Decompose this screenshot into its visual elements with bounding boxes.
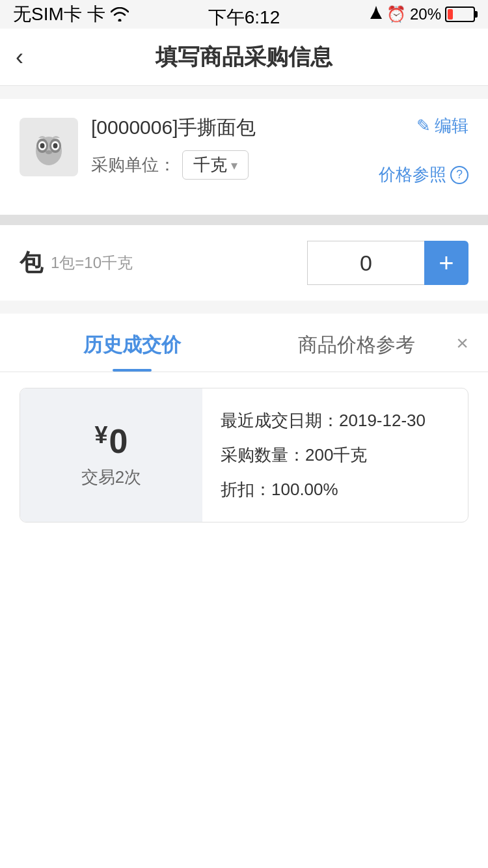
- product-name: [0000006]手撕面包: [91, 115, 256, 141]
- purchase-quantity-line: 采购数量：200千克: [221, 442, 450, 468]
- product-card: [0000006]手撕面包 采购单位： 千克 ▾ ✎ 编辑 价格参照 ?: [0, 99, 488, 215]
- qty-left: 包 1包=10千克: [20, 247, 133, 279]
- trade-count: 交易2次: [81, 466, 141, 489]
- price-display: ¥0: [95, 422, 128, 461]
- quantity-value-detail: 200千克: [305, 445, 367, 465]
- product-left: [0000006]手撕面包 采购单位： 千克 ▾: [20, 115, 256, 180]
- tab-product-price-ref[interactable]: 商品价格参考: [244, 314, 468, 372]
- edit-label: 编辑: [435, 115, 468, 137]
- svg-point-5: [40, 143, 44, 148]
- unit-value: 千克: [193, 154, 227, 176]
- alarm-icon: ⏰: [386, 5, 406, 23]
- quantity-row: 包 1包=10千克 0 +: [0, 225, 488, 301]
- latest-date-label: 最近成交日期：: [221, 411, 339, 430]
- history-card-wrapper: ¥0 交易2次 最近成交日期：2019-12-30 采购数量：200千克 折扣：…: [0, 372, 488, 538]
- discount-label: 折扣：: [221, 480, 271, 499]
- panel-close-button[interactable]: ×: [456, 331, 468, 355]
- qty-right: 0 +: [307, 241, 468, 285]
- svg-point-7: [46, 150, 52, 154]
- latest-date-value: 2019-12-30: [339, 411, 426, 430]
- price-ref-button[interactable]: 价格参照 ?: [379, 163, 468, 186]
- quantity-value: 0: [360, 251, 372, 276]
- tab2-label: 商品价格参考: [298, 334, 415, 355]
- quantity-label: 采购数量：: [221, 445, 305, 465]
- wifi-icon: [111, 7, 129, 21]
- product-info: [0000006]手撕面包 采购单位： 千克 ▾: [91, 115, 256, 180]
- nav-bar: ‹ 填写商品采购信息: [0, 29, 488, 86]
- discount-line: 折扣：100.00%: [221, 477, 450, 502]
- currency-symbol: ¥: [95, 422, 108, 448]
- battery-icon: [445, 7, 475, 22]
- price-ref-label: 价格参照: [379, 163, 446, 186]
- status-right: ⏰ 20%: [370, 5, 475, 23]
- qty-hint: 1包=10千克: [51, 252, 133, 273]
- owl-icon: [28, 126, 70, 169]
- help-icon[interactable]: ?: [450, 166, 468, 184]
- main-background: [0, 538, 488, 868]
- svg-point-6: [53, 143, 57, 148]
- unit-select[interactable]: 千克 ▾: [182, 150, 249, 180]
- status-time: 下午6:12: [208, 5, 280, 30]
- tab1-label: 历史成交价: [83, 334, 181, 355]
- carrier-label: 无SIM卡: [13, 2, 82, 27]
- qty-unit: 包: [20, 247, 43, 279]
- product-icon: [20, 118, 78, 176]
- section-divider: [0, 215, 488, 225]
- tabs-row: 历史成交价 商品价格参考 ×: [0, 314, 488, 372]
- edit-button[interactable]: ✎ 编辑: [416, 115, 468, 137]
- status-bar: 无SIM卡 卡 下午6:12 ⏰ 20%: [0, 0, 488, 29]
- location-icon: [370, 5, 383, 23]
- history-card-left: ¥0 交易2次: [20, 388, 202, 522]
- discount-value: 100.00%: [271, 480, 338, 499]
- sim-card-icon: 卡: [87, 2, 105, 27]
- history-card-right: 最近成交日期：2019-12-30 采购数量：200千克 折扣：100.00%: [202, 388, 468, 522]
- product-header: [0000006]手撕面包 采购单位： 千克 ▾ ✎ 编辑 价格参照 ?: [20, 115, 468, 186]
- latest-date-line: 最近成交日期：2019-12-30: [221, 408, 450, 433]
- history-card: ¥0 交易2次 最近成交日期：2019-12-30 采购数量：200千克 折扣：…: [20, 388, 468, 522]
- quantity-plus-button[interactable]: +: [424, 241, 468, 285]
- tab-history-price[interactable]: 历史成交价: [20, 314, 244, 372]
- price-value: 0: [109, 422, 128, 460]
- unit-label: 采购单位：: [91, 154, 176, 176]
- back-button[interactable]: ‹: [16, 44, 23, 71]
- tab-underline: [113, 369, 152, 372]
- quantity-input[interactable]: 0: [307, 241, 424, 285]
- price-panel: 历史成交价 商品价格参考 × ¥0 交易2次 最近成交日期：2019-12-30…: [0, 314, 488, 538]
- status-left: 无SIM卡 卡: [13, 2, 129, 27]
- unit-select-arrow: ▾: [231, 157, 237, 173]
- product-unit-row: 采购单位： 千克 ▾: [91, 150, 256, 180]
- page-title: 填写商品采购信息: [156, 42, 332, 72]
- edit-icon: ✎: [416, 116, 431, 136]
- battery-percent: 20%: [410, 5, 441, 23]
